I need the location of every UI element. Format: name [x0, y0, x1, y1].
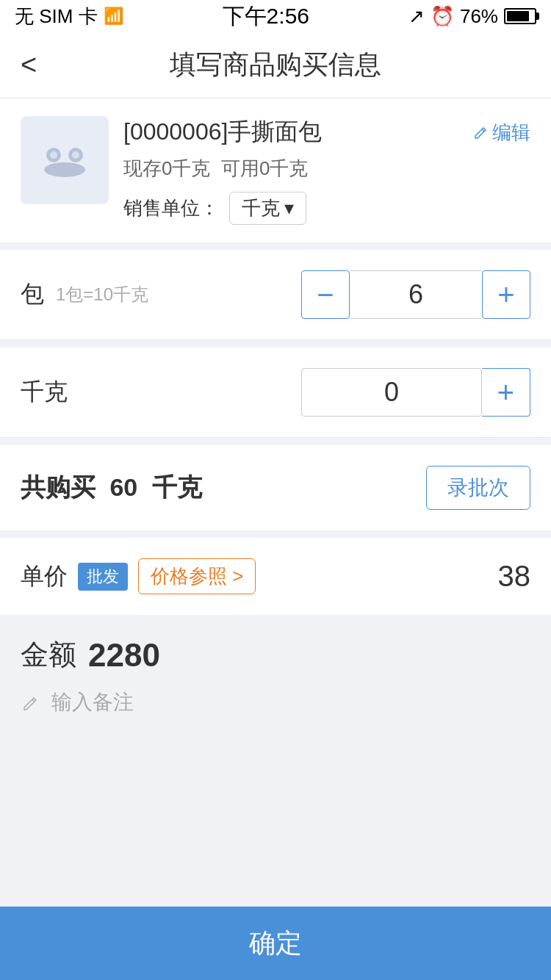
edit-button[interactable]: 编辑 [473, 120, 530, 145]
price-left: 单价 批发 价格参照 > [21, 558, 256, 594]
kg-plus-button[interactable]: + [482, 368, 530, 417]
kg-quantity-control: + [301, 368, 530, 417]
nav-bar: < 填写商品购买信息 [0, 32, 551, 98]
status-left: 无 SIM 卡 📶 [15, 4, 123, 29]
pencil-icon [21, 691, 43, 713]
unit-label: 销售单位： [123, 195, 219, 221]
product-info: [0000006]手撕面包 编辑 现存0千克 可用0千克 销售单位： 千克 ▾ [123, 116, 530, 225]
status-right: ↗ ⏰ 76% [408, 5, 536, 28]
kg-quantity-input[interactable] [301, 368, 482, 417]
product-name-row: [0000006]手撕面包 编辑 [123, 116, 530, 148]
bottom-space [0, 731, 551, 937]
product-name: [0000006]手撕面包 [123, 116, 322, 148]
price-section: 单价 批发 价格参照 > 38 [0, 538, 551, 616]
product-section: [0000006]手撕面包 编辑 现存0千克 可用0千克 销售单位： 千克 ▾ [0, 98, 551, 250]
kg-label: 千克 [21, 376, 68, 408]
total-amount: 60 [109, 473, 137, 501]
back-button[interactable]: < [21, 49, 37, 81]
edit-label: 编辑 [492, 120, 530, 145]
dropdown-icon: ▾ [284, 197, 294, 220]
total-text: 共购买 60 千克 [21, 471, 202, 505]
pack-label: 包 1包=10千克 [21, 278, 148, 311]
time-display: 下午2:56 [223, 1, 309, 32]
svg-point-4 [72, 151, 79, 159]
amount-section: 金额 2280 输入备注 [0, 616, 551, 731]
status-bar: 无 SIM 卡 📶 下午2:56 ↗ ⏰ 76% [0, 0, 551, 32]
amount-value: 2280 [88, 637, 160, 674]
product-unit-row: 销售单位： 千克 ▾ [123, 192, 530, 225]
note-placeholder: 输入备注 [51, 688, 134, 716]
pack-quantity-control: − + [301, 270, 530, 319]
battery-text: 76% [460, 5, 498, 28]
price-label: 单价 [21, 561, 68, 593]
pack-plus-button[interactable]: + [482, 270, 530, 319]
wifi-icon: 📶 [104, 7, 123, 26]
amount-label: 金额 [21, 636, 76, 674]
battery-icon [504, 8, 536, 24]
product-stock: 现存0千克 可用0千克 [123, 156, 530, 181]
confirm-bar[interactable]: 确定 [0, 907, 551, 980]
price-reference-button[interactable]: 价格参照 > [138, 558, 256, 594]
pack-sub-label: 1包=10千克 [56, 283, 148, 306]
price-value: 38 [498, 560, 531, 593]
confirm-button: 确定 [249, 926, 302, 962]
alarm-icon: ⏰ [431, 5, 454, 28]
kg-input-section: 千克 + [0, 347, 551, 438]
page-title: 填写商品购买信息 [170, 47, 381, 83]
svg-point-2 [44, 162, 85, 177]
section-divider-2 [0, 438, 551, 445]
record-batch-button[interactable]: 录批次 [426, 466, 530, 510]
note-row[interactable]: 输入备注 [21, 688, 530, 716]
svg-point-3 [50, 151, 57, 159]
carrier-text: 无 SIM 卡 [15, 4, 98, 29]
pack-minus-button[interactable]: − [301, 270, 350, 319]
amount-row: 金额 2280 [21, 636, 530, 674]
total-section: 共购买 60 千克 录批次 [0, 445, 551, 538]
pack-input-section: 包 1包=10千克 − + [0, 250, 551, 340]
price-type-tag: 批发 [78, 563, 128, 591]
location-icon: ↗ [408, 5, 425, 28]
product-thumbnail [21, 116, 109, 204]
unit-select[interactable]: 千克 ▾ [229, 192, 306, 225]
section-divider-1 [0, 340, 551, 347]
unit-value: 千克 [242, 195, 280, 221]
pack-quantity-input[interactable] [350, 270, 482, 319]
